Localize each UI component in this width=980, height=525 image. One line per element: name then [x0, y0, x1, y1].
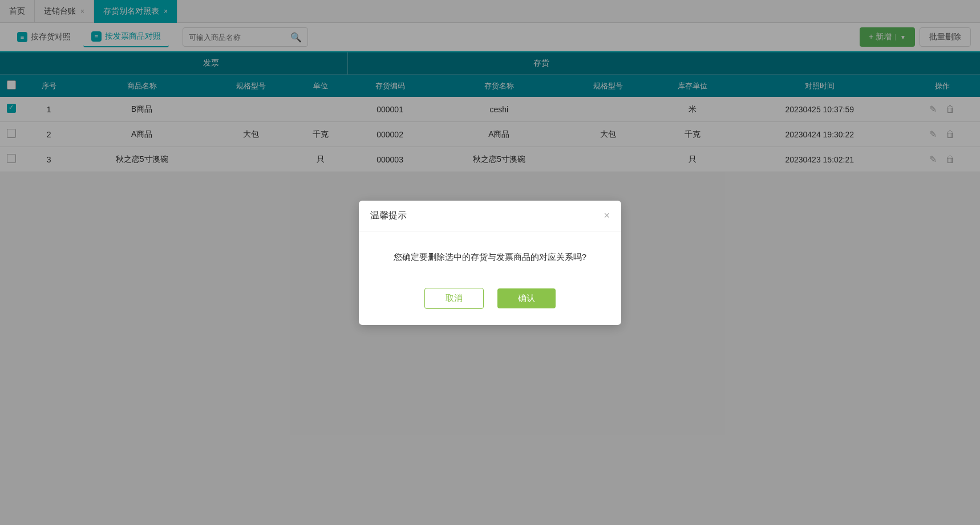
modal-cancel-label: 取消 — [446, 293, 463, 303]
modal-title: 温馨提示 — [370, 210, 407, 222]
modal-overlay: 温馨提示 × 您确定要删除选中的存货与发票商品的对应关系吗? 取消 确认 — [0, 0, 980, 525]
modal-confirm-label: 确认 — [518, 293, 535, 303]
modal-header: 温馨提示 × — [359, 201, 621, 231]
modal-close-button[interactable]: × — [604, 210, 610, 221]
modal-footer: 取消 确认 — [359, 279, 621, 325]
modal-body: 您确定要删除选中的存货与发票商品的对应关系吗? — [359, 231, 621, 279]
modal-confirm-button[interactable]: 确认 — [497, 288, 556, 308]
modal-dialog: 温馨提示 × 您确定要删除选中的存货与发票商品的对应关系吗? 取消 确认 — [359, 201, 621, 325]
modal-cancel-button[interactable]: 取消 — [424, 288, 484, 309]
modal-message: 您确定要删除选中的存货与发票商品的对应关系吗? — [394, 252, 586, 262]
